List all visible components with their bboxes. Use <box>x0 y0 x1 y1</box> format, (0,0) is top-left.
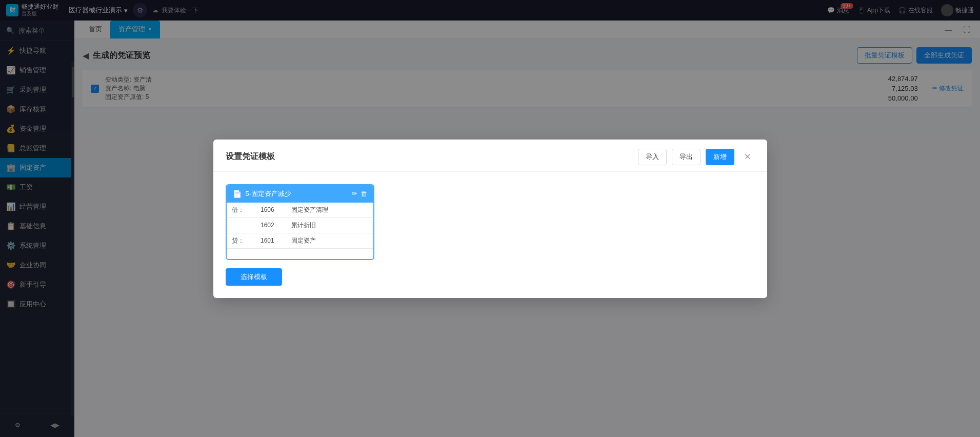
template-card-header: 📄 5-固定资产减少 ✏ 🗑 <box>227 185 373 203</box>
template-entry-row: 1602 累计折旧 <box>227 217 373 233</box>
template-edit-icon[interactable]: ✏ <box>352 190 357 197</box>
entry-debit <box>347 217 360 233</box>
entry-code: 1601 <box>255 233 286 248</box>
entry-credit <box>360 203 373 218</box>
import-button[interactable]: 导入 <box>638 149 667 165</box>
template-modal: 设置凭证模板 导入 导出 新增 ✕ 📄 5-固定资产减少 ✏ 🗑 <box>213 140 767 298</box>
select-template-button[interactable]: 选择模板 <box>226 268 282 286</box>
modal-overlay[interactable]: 设置凭证模板 导入 导出 新增 ✕ 📄 5-固定资产减少 ✏ 🗑 <box>0 0 980 437</box>
blank-cell <box>227 248 373 259</box>
entry-debit <box>347 233 360 248</box>
modal-body: 📄 5-固定资产减少 ✏ 🗑 借： 1606 <box>213 172 767 298</box>
modal-close-button[interactable]: ✕ <box>741 150 755 164</box>
entry-debit <box>347 203 360 218</box>
template-table: 借： 1606 固定资产清理 1602 累计折旧 <box>227 203 373 259</box>
entry-credit <box>360 217 373 233</box>
entry-type: 借： <box>227 203 256 218</box>
template-list: 📄 5-固定资产减少 ✏ 🗑 借： 1606 <box>226 184 755 260</box>
entry-name: 固定资产 <box>286 233 347 248</box>
entry-name: 固定资产清理 <box>286 203 347 218</box>
template-blank-row <box>227 248 373 259</box>
entry-code: 1606 <box>255 203 286 218</box>
modal-header: 设置凭证模板 导入 导出 新增 ✕ <box>213 140 767 172</box>
entry-credit <box>360 233 373 248</box>
template-entry-row: 借： 1606 固定资产清理 <box>227 203 373 218</box>
modal-actions: 导入 导出 新增 <box>638 149 734 165</box>
entry-code: 1602 <box>255 217 286 233</box>
modal-title: 设置凭证模板 <box>226 151 632 162</box>
template-card-actions: ✏ 🗑 <box>352 190 367 197</box>
template-card-title: 5-固定资产减少 <box>246 189 348 198</box>
template-card-body: 借： 1606 固定资产清理 1602 累计折旧 <box>227 203 373 259</box>
template-file-icon: 📄 <box>233 190 242 198</box>
entry-type: 贷： <box>227 233 256 248</box>
export-button[interactable]: 导出 <box>672 149 701 165</box>
new-template-button[interactable]: 新增 <box>706 149 734 165</box>
entry-type <box>227 217 256 233</box>
template-entry-row: 贷： 1601 固定资产 <box>227 233 373 248</box>
template-delete-icon[interactable]: 🗑 <box>361 190 367 197</box>
entry-name: 累计折旧 <box>286 217 347 233</box>
template-card-5: 📄 5-固定资产减少 ✏ 🗑 借： 1606 <box>226 184 374 260</box>
